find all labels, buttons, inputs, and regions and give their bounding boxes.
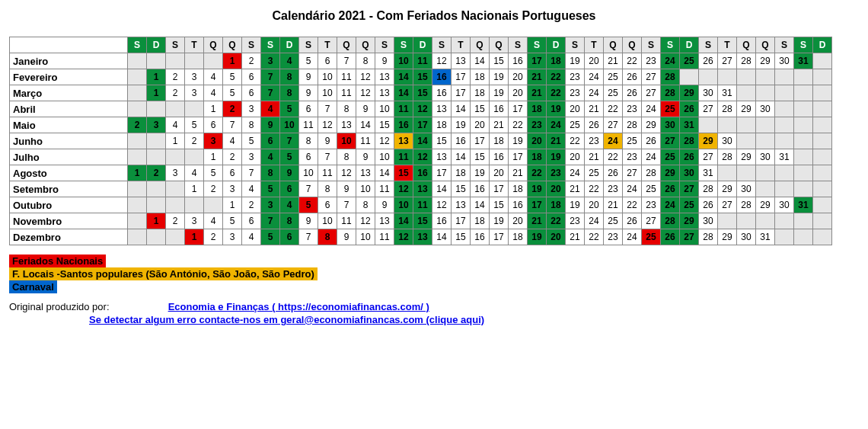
day-empty (737, 85, 756, 101)
day-empty (147, 149, 166, 165)
day-empty (775, 117, 794, 133)
day: 20 (471, 117, 490, 133)
day: 30 (699, 213, 718, 229)
header-day: Q (471, 37, 490, 53)
day-weekend: 25 (680, 53, 699, 69)
day: 21 (490, 117, 509, 133)
day: 25 (604, 69, 623, 85)
header-day: Q (223, 37, 242, 53)
day-weekend: 11 (394, 101, 413, 117)
day: 30 (775, 197, 794, 213)
day: 24 (642, 149, 661, 165)
day: 14 (452, 101, 471, 117)
day: 28 (718, 149, 737, 165)
day-holiday: 25 (661, 101, 680, 117)
day-weekend: 3 (147, 117, 166, 133)
day: 9 (299, 69, 318, 85)
day-empty (794, 101, 813, 117)
day-empty (718, 213, 737, 229)
day: 13 (337, 117, 356, 133)
day: 26 (623, 213, 642, 229)
day: 28 (699, 229, 718, 245)
day-empty (737, 69, 756, 85)
day-weekend: 21 (528, 69, 547, 85)
day: 3 (242, 101, 261, 117)
day: 20 (585, 197, 604, 213)
day-empty (737, 165, 756, 181)
day: 29 (737, 149, 756, 165)
day-empty (204, 197, 223, 213)
day-weekend: 27 (680, 229, 699, 245)
credit-link-2[interactable]: Se detectar algum erro contacte-nos em g… (89, 314, 484, 325)
day-empty (166, 197, 185, 213)
day: 2 (204, 181, 223, 197)
day: 23 (566, 213, 585, 229)
day-weekend: 14 (394, 85, 413, 101)
day: 18 (471, 213, 490, 229)
day-weekend: 9 (280, 165, 299, 181)
day: 13 (432, 101, 452, 117)
day: 22 (509, 117, 528, 133)
day: 2 (223, 149, 242, 165)
day: 23 (642, 197, 661, 213)
day: 26 (699, 53, 718, 69)
day: 20 (566, 149, 585, 165)
day-empty (813, 69, 832, 85)
day: 7 (318, 101, 337, 117)
day: 22 (623, 197, 642, 213)
header-day: T (318, 37, 337, 53)
day-weekend: 5 (280, 149, 299, 165)
day-weekend: 29 (680, 213, 699, 229)
day: 28 (737, 197, 756, 213)
day: 15 (490, 197, 509, 213)
day: 20 (566, 101, 585, 117)
day: 27 (699, 101, 718, 117)
day-weekend: 21 (528, 213, 547, 229)
day: 24 (623, 181, 642, 197)
day: 1 (223, 197, 242, 213)
day: 2 (185, 133, 204, 149)
header-day: Q (623, 37, 642, 53)
day: 12 (356, 69, 375, 85)
day-weekend: 31 (794, 197, 813, 213)
day: 29 (756, 53, 775, 69)
day-holiday: 10 (337, 133, 356, 149)
day: 11 (337, 69, 356, 85)
day: 15 (490, 53, 509, 69)
day-weekend: 5 (261, 229, 280, 245)
day: 20 (490, 165, 509, 181)
day: 7 (337, 53, 356, 69)
day-empty (794, 85, 813, 101)
day: 20 (509, 213, 528, 229)
day: 4 (242, 181, 261, 197)
day: 14 (356, 117, 375, 133)
day-weekend: 7 (261, 213, 280, 229)
day-empty (128, 197, 147, 213)
day-empty (699, 117, 718, 133)
credit-label: Original produzido por: (9, 301, 165, 312)
header-day: Q (337, 37, 356, 53)
day-weekend: 30 (661, 117, 680, 133)
day-weekend: 22 (547, 213, 566, 229)
month-name: Abril (10, 101, 128, 117)
day: 13 (375, 69, 394, 85)
day: 27 (718, 53, 737, 69)
day: 25 (585, 165, 604, 181)
day: 3 (242, 149, 261, 165)
day: 29 (756, 197, 775, 213)
day-weekend: 16 (394, 117, 413, 133)
day: 2 (166, 69, 185, 85)
month-name: Janeiro (10, 53, 128, 69)
legend-carnaval: Carnaval (9, 280, 57, 293)
day-weekend: 24 (547, 117, 566, 133)
day: 10 (375, 149, 394, 165)
day-weekend: 23 (528, 117, 547, 133)
day: 4 (204, 85, 223, 101)
day: 21 (585, 101, 604, 117)
header-day: T (585, 37, 604, 53)
day-weekend: 7 (261, 85, 280, 101)
credit-link-1[interactable]: Economia e Finanças ( https://economiafi… (168, 301, 429, 312)
day: 21 (604, 197, 623, 213)
header-day: S (375, 37, 394, 53)
day-weekend: 18 (528, 149, 547, 165)
